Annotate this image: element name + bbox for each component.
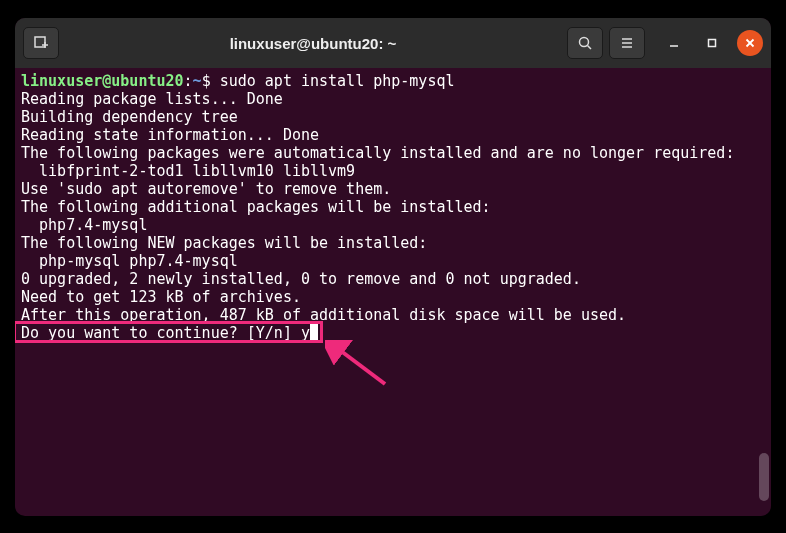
prompt-line: linuxuser@ubuntu20:~$ sudo apt install p…	[21, 72, 765, 90]
scrollbar-thumb[interactable]	[759, 453, 769, 501]
cursor	[310, 324, 318, 340]
terminal-window: linuxuser@ubuntu20: ~ linuxuser@ubuntu20…	[15, 18, 771, 516]
continue-prompt-line: Do you want to continue? [Y/n] y	[21, 324, 765, 342]
output-line: The following packages were automaticall…	[21, 144, 765, 162]
output-line: Reading state information... Done	[21, 126, 765, 144]
output-line: The following additional packages will b…	[21, 198, 765, 216]
prompt-user-host: linuxuser@ubuntu20	[21, 72, 184, 90]
search-icon	[577, 35, 593, 51]
new-tab-button[interactable]	[23, 27, 59, 59]
output-line: After this operation, 487 kB of addition…	[21, 306, 765, 324]
output-line: Use 'sudo apt autoremove' to remove them…	[21, 180, 765, 198]
maximize-button[interactable]	[699, 30, 725, 56]
output-line: The following NEW packages will be insta…	[21, 234, 765, 252]
output-line: php-mysql php7.4-mysql	[21, 252, 765, 270]
prompt-path: ~	[193, 72, 202, 90]
new-tab-icon	[33, 35, 49, 51]
menu-button[interactable]	[609, 27, 645, 59]
user-input: y	[301, 324, 310, 342]
prompt-dollar: $	[202, 72, 220, 90]
terminal-body[interactable]: linuxuser@ubuntu20:~$ sudo apt install p…	[15, 68, 771, 516]
prompt-colon: :	[184, 72, 193, 90]
svg-rect-9	[709, 40, 716, 47]
window-controls	[661, 30, 763, 56]
annotation-arrow	[325, 340, 395, 390]
command-text: sudo apt install php-mysql	[220, 72, 455, 90]
output-line: 0 upgraded, 2 newly installed, 0 to remo…	[21, 270, 765, 288]
output-line: Building dependency tree	[21, 108, 765, 126]
hamburger-icon	[619, 35, 635, 51]
svg-point-3	[580, 38, 589, 47]
scrollbar[interactable]	[757, 73, 769, 510]
window-title: linuxuser@ubuntu20: ~	[65, 35, 561, 52]
continue-prompt-text: Do you want to continue? [Y/n]	[21, 324, 301, 342]
output-line: php7.4-mysql	[21, 216, 765, 234]
close-icon	[744, 37, 756, 49]
maximize-icon	[706, 37, 718, 49]
titlebar: linuxuser@ubuntu20: ~	[15, 18, 771, 68]
close-button[interactable]	[737, 30, 763, 56]
minimize-button[interactable]	[661, 30, 687, 56]
output-line: Reading package lists... Done	[21, 90, 765, 108]
output-line: libfprint-2-tod1 libllvm10 libllvm9	[21, 162, 765, 180]
minimize-icon	[668, 37, 680, 49]
output-line: Need to get 123 kB of archives.	[21, 288, 765, 306]
svg-line-12	[337, 348, 385, 384]
search-button[interactable]	[567, 27, 603, 59]
svg-line-4	[588, 46, 592, 50]
